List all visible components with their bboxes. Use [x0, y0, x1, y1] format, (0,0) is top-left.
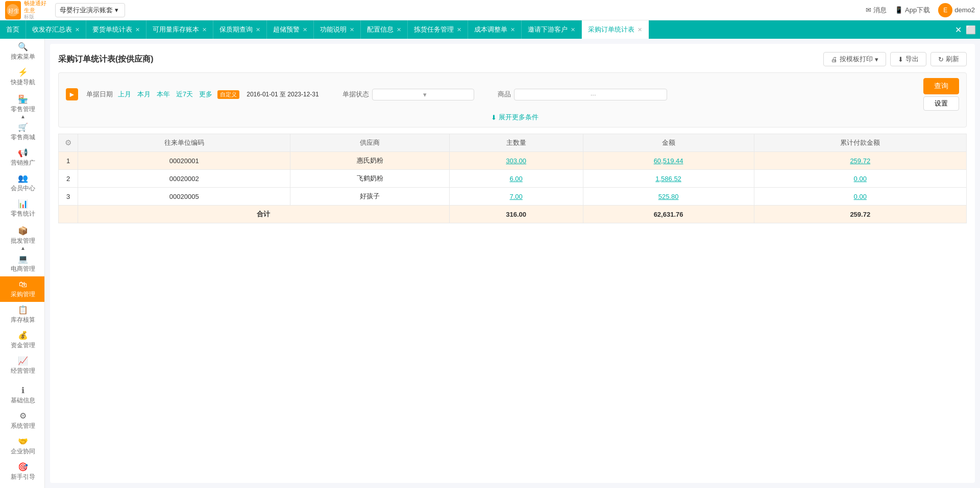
workspace-label: 母婴行业演示账套: [60, 6, 113, 15]
system-icon: ⚙: [19, 411, 27, 421]
inventory-icon: 📋: [18, 305, 28, 315]
sidebar-item-purchase[interactable]: 🛍 采购管理: [0, 276, 44, 302]
row-qty: 6.00: [449, 170, 583, 188]
footer-amount: 62,631.76: [583, 206, 754, 223]
row-qty: 303.00: [449, 152, 583, 170]
sidebar-item-finance[interactable]: 💰 资金管理: [0, 327, 44, 353]
marketing-icon: 📢: [18, 148, 28, 158]
table-row[interactable]: 2 00020002 飞鹤奶粉 6.00 1,586.52 0.00: [59, 170, 967, 188]
data-table: ⚙ 往来单位编码 供应商 主数量 金额 累计付款金额 1 00020001 惠氏…: [58, 134, 967, 223]
tab-close-icon[interactable]: ✕: [457, 27, 461, 33]
sidebar-item-newbie[interactable]: 🎯 新手引导: [0, 459, 44, 484]
print-button[interactable]: 🖨 按模板打印 ▾: [823, 52, 886, 66]
row-qty: 7.00: [449, 188, 583, 206]
tab-gongneng[interactable]: 功能说明 ✕: [314, 20, 361, 39]
table-row[interactable]: 1 00020001 惠氏奶粉 303.00 60,519.44 259.72: [59, 152, 967, 170]
status-select[interactable]: ▾: [372, 89, 474, 100]
shortcut-this-month[interactable]: 本月: [135, 89, 153, 100]
filter-row-main: ► 单据日期 上月 本月 本年 近7天 更多 自定义 2016-01-01 至 …: [66, 78, 959, 111]
tab-close-icon[interactable]: ✕: [510, 27, 515, 33]
sidebar-item-members[interactable]: 👥 会员中心: [0, 170, 44, 196]
tab-close-icon[interactable]: ✕: [303, 27, 307, 33]
tab-baozhi[interactable]: 保质期查询 ✕: [213, 20, 267, 39]
th-paid: 累计付款金额: [754, 134, 966, 152]
sidebar-item-basic-info[interactable]: ℹ 基础信息: [0, 382, 44, 408]
sidebar-item-wholesale[interactable]: 📦 批发管理 ▲: [0, 225, 44, 251]
th-qty: 主数量: [449, 134, 583, 152]
main-layout: 🔍 搜索菜单 ⚡ 快捷导航 🏪 零售管理 ▲ 🛒 零售商城 📢 营销推广 👥 会…: [0, 39, 980, 488]
collab-icon: 🤝: [18, 436, 28, 446]
tab-chaochu[interactable]: 超储预警 ✕: [267, 20, 314, 39]
shortcut-last-month[interactable]: 上月: [116, 89, 133, 100]
tab-caigou-active[interactable]: 采购订单统计表 ✕: [582, 20, 649, 39]
sidebar-item-mall[interactable]: 🛒 零售商城: [0, 119, 44, 145]
status-filter-label: 单据状态: [342, 90, 369, 99]
tab-home[interactable]: 首页: [0, 20, 26, 39]
sidebar-item-inventory[interactable]: 📋 库存核算: [0, 302, 44, 327]
message-btn[interactable]: ✉ 消息: [866, 6, 887, 15]
tab-close-icon[interactable]: ✕: [638, 27, 642, 33]
user-area[interactable]: E demo2: [938, 3, 975, 17]
row-paid: 0.00: [754, 188, 966, 206]
settings-button[interactable]: 设置: [923, 96, 959, 111]
tab-close-icon[interactable]: ✕: [75, 27, 80, 33]
maximize-icon[interactable]: ⬜: [966, 25, 976, 35]
tab-close-icon[interactable]: ✕: [350, 27, 354, 33]
workspace-selector[interactable]: 母婴行业演示账套 ▾: [55, 3, 125, 17]
filter-toggle-btn[interactable]: ►: [66, 88, 78, 100]
query-button[interactable]: 查询: [923, 78, 959, 94]
tab-close-icon[interactable]: ✕: [397, 27, 401, 33]
goods-input[interactable]: ···: [514, 89, 667, 100]
tab-jianhuo[interactable]: 拣货任务管理 ✕: [408, 20, 468, 39]
sidebar-item-search[interactable]: 🔍 搜索菜单: [0, 39, 44, 64]
tab-yaoqing[interactable]: 邀请下游客户 ✕: [522, 20, 582, 39]
tab-shoufacun[interactable]: 收发存汇总表 ✕: [26, 20, 86, 39]
chevron-down-icon: ⬇: [491, 114, 497, 121]
export-button[interactable]: ⬇ 导出: [890, 52, 926, 66]
sidebar-item-ecommerce[interactable]: 💻 电商管理: [0, 251, 44, 276]
tab-close-icon[interactable]: ✕: [256, 27, 260, 33]
tab-chengben[interactable]: 成本调整单 ✕: [468, 20, 522, 39]
app-download-btn[interactable]: 📱 App下载: [895, 6, 930, 15]
sidebar-item-retail-mgmt[interactable]: 🏪 零售管理 ▲: [0, 94, 44, 119]
table-header-row: ⚙ 往来单位编码 供应商 主数量 金额 累计付款金额: [59, 134, 967, 152]
row-no: 2: [59, 170, 78, 188]
tab-peizhi[interactable]: 配置信息 ✕: [361, 20, 408, 39]
sidebar-item-marketing[interactable]: 📢 营销推广: [0, 145, 44, 170]
guide-icon: 🎯: [18, 462, 28, 472]
shortcut-this-year[interactable]: 本年: [155, 89, 172, 100]
tab-close-icon[interactable]: ✕: [202, 27, 207, 33]
operations-icon: 📈: [18, 356, 28, 366]
filter-goods-item: 商品 ···: [498, 89, 667, 100]
sidebar-item-collab[interactable]: 🤝 企业协同: [0, 433, 44, 459]
message-icon: ✉: [866, 6, 871, 14]
filter-expand-row: ⬇ 展开更多条件: [66, 111, 959, 122]
filter-bar: ► 单据日期 上月 本月 本年 近7天 更多 自定义 2016-01-01 至 …: [58, 72, 967, 127]
sidebar-item-system[interactable]: ⚙ 系统管理: [0, 408, 44, 433]
tab-kuyong[interactable]: 可用量库存账本 ✕: [146, 20, 213, 39]
table-row[interactable]: 3 00020005 好孩子 7.00 525.80 0.00: [59, 188, 967, 206]
tab-yaohuo[interactable]: 要货单统计表 ✕: [86, 20, 146, 39]
search-icon: 🔍: [18, 42, 28, 52]
row-no: 1: [59, 152, 78, 170]
row-code: 00020001: [78, 152, 290, 170]
sidebar-item-retail-stats[interactable]: 📊 零售统计: [0, 196, 44, 221]
sidebar-item-operations[interactable]: 📈 经营管理: [0, 353, 44, 378]
tab-close-icon[interactable]: ✕: [135, 27, 140, 33]
expand-conditions-btn[interactable]: ⬇ 展开更多条件: [491, 113, 538, 122]
tab-close-icon[interactable]: ✕: [571, 27, 575, 33]
th-code: 往来单位编码: [78, 134, 290, 152]
printer-icon: 🖨: [831, 56, 838, 63]
close-window-icon[interactable]: ✕: [955, 25, 962, 35]
shortcut-more[interactable]: 更多: [197, 89, 214, 100]
sidebar: 🔍 搜索菜单 ⚡ 快捷导航 🏪 零售管理 ▲ 🛒 零售商城 📢 营销推广 👥 会…: [0, 39, 45, 488]
sidebar-item-quicknav[interactable]: ⚡ 快捷导航: [0, 64, 44, 90]
sidebar-item-app-center[interactable]: 📱 应用中心: [0, 484, 44, 488]
column-settings-icon[interactable]: ⚙: [65, 138, 71, 147]
page-title: 采购订单统计表(按供应商): [58, 54, 154, 65]
shortcut-7days[interactable]: 近7天: [174, 89, 195, 100]
row-no: 3: [59, 188, 78, 206]
refresh-button[interactable]: ↻ 刷新: [930, 52, 967, 66]
chevron-down-icon: ▾: [875, 56, 878, 63]
top-bar: 好生 畅捷通好生意 标版 母婴行业演示账套 ▾ ✉ 消息 📱 App下载 E d…: [0, 0, 980, 20]
